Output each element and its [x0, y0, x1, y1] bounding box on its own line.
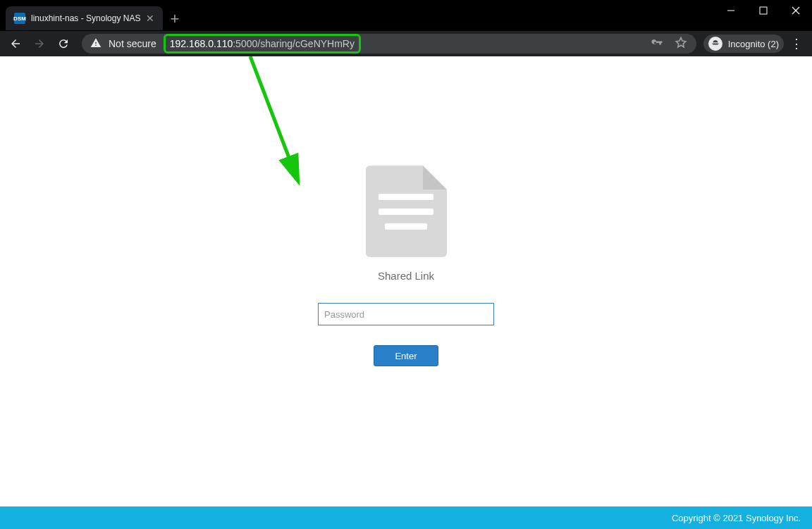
incognito-label: Incognito (2)	[728, 39, 779, 49]
new-tab-button[interactable]: +	[170, 11, 179, 27]
close-tab-icon[interactable]: ✕	[146, 13, 154, 24]
footer-bar: Copyright © 2021 Synology Inc.	[0, 506, 812, 529]
omnibox-actions	[650, 36, 688, 52]
enter-button[interactable]: Enter	[374, 345, 438, 366]
document-fold-icon	[423, 166, 447, 189]
footer-copyright: Copyright © 2021 Synology Inc.	[672, 513, 801, 523]
browser-tab[interactable]: DSM linuxhint-nas - Synology NAS ✕	[6, 6, 163, 30]
menu-button[interactable]: ⋮	[785, 32, 808, 55]
bookmark-star-icon[interactable]	[674, 36, 688, 52]
url-path: :5000/sharing/cGeNYHmRy	[233, 38, 355, 49]
window-controls	[715, 0, 812, 21]
url-domain: 192.168.0.110	[170, 38, 233, 49]
back-button[interactable]	[4, 32, 27, 55]
shared-link-label: Shared Link	[378, 270, 434, 282]
not-secure-label: Not secure	[109, 38, 156, 49]
not-secure-icon	[90, 37, 102, 51]
svg-line-4	[250, 56, 296, 176]
tab-favicon-icon: DSM	[14, 13, 25, 24]
url-highlight-box: 192.168.0.110:5000/sharing/cGeNYHmRy	[164, 34, 361, 54]
tab-title: linuxhint-nas - Synology NAS	[31, 13, 140, 23]
shared-link-panel: Shared Link Enter	[318, 166, 494, 366]
svg-rect-1	[760, 7, 767, 14]
tab-strip: DSM linuxhint-nas - Synology NAS ✕ +	[0, 0, 179, 31]
close-icon[interactable]	[780, 0, 812, 21]
maximize-icon[interactable]	[747, 0, 780, 21]
password-key-icon[interactable]	[650, 36, 664, 52]
page-body: Shared Link Enter Copyright © 2021 Synol…	[0, 56, 812, 529]
browser-toolbar: Not secure 192.168.0.110:5000/sharing/cG…	[0, 31, 812, 56]
forward-button[interactable]	[28, 32, 51, 55]
minimize-icon[interactable]	[715, 0, 747, 21]
incognito-indicator[interactable]: Incognito (2)	[703, 35, 784, 53]
window-titlebar: DSM linuxhint-nas - Synology NAS ✕ +	[0, 0, 812, 31]
content-area: Shared Link Enter	[0, 56, 812, 506]
address-bar[interactable]: Not secure 192.168.0.110:5000/sharing/cG…	[82, 34, 696, 54]
document-icon	[366, 166, 447, 257]
password-input[interactable]	[318, 303, 494, 325]
incognito-icon	[708, 37, 722, 51]
reload-button[interactable]	[52, 32, 75, 55]
